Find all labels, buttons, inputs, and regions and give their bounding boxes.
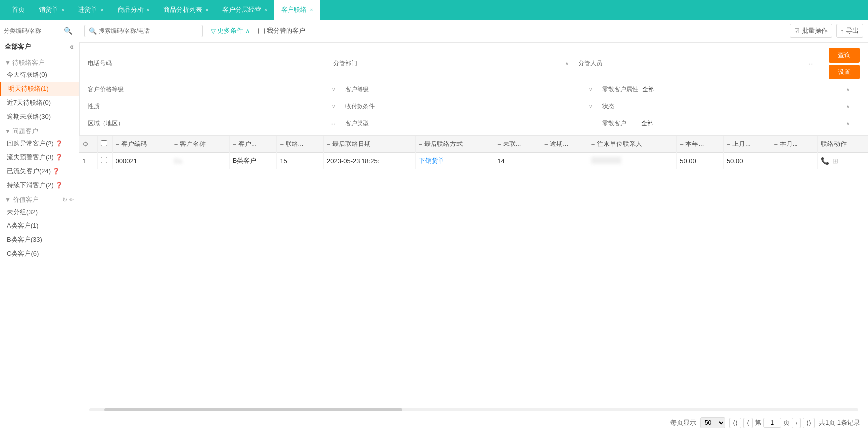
price-level-chevron-icon[interactable]: ∨ <box>332 87 335 92</box>
dept-chevron-icon[interactable]: ∨ <box>565 61 569 66</box>
phone-action-icon[interactable]: 📞 <box>821 157 829 165</box>
nav-customer-contact-close[interactable]: × <box>310 7 313 13</box>
retail-attr-chevron-icon[interactable]: ∨ <box>846 87 850 92</box>
pagination-nav: ⟨⟨ ⟨ 第 页 ⟩ ⟩⟩ <box>729 418 815 428</box>
batch-op-btn[interactable]: ☑ 批量操作 <box>790 24 832 38</box>
action-icons: 📞 ⊞ <box>821 157 865 165</box>
chevron-up-icon: ∧ <box>245 27 250 35</box>
filter-price-level: 客户价格等级 ∨ <box>88 83 335 96</box>
all-customers-label: 全部客户 <box>5 42 31 51</box>
filter-phone-label: 电话号码 <box>88 59 123 68</box>
customer-level-chevron-icon[interactable]: ∨ <box>589 87 592 92</box>
filter-dept-label: 分管部门 <box>333 59 368 68</box>
prev-page-btn[interactable]: ⟨ <box>743 418 753 428</box>
nav-purchase-order-close[interactable]: × <box>100 7 103 13</box>
row-checkbox[interactable] <box>101 157 107 163</box>
my-customers-checkbox[interactable] <box>258 28 265 34</box>
nav-customer-segment-close[interactable]: × <box>264 7 267 13</box>
value-refresh-icon[interactable]: ↻ <box>62 196 67 203</box>
all-customers-header[interactable]: 全部客户 « <box>0 38 79 55</box>
problem-group-label: ▼ 问题客户 <box>0 124 79 137</box>
filter-retail-customer-val[interactable]: 全部 <box>641 119 846 128</box>
top-nav: 首页 销货单 × 进货单 × 商品分析 × 商品分析列表 × 客户分层经营 × … <box>0 0 868 20</box>
retail-customer-chevron-icon[interactable]: ∨ <box>846 121 850 126</box>
settings-icon[interactable]: ⚙ <box>82 140 89 148</box>
nav-purchase-order[interactable]: 进货单 × <box>71 0 110 20</box>
nav-product-analysis-list[interactable]: 商品分析列表 × <box>156 0 215 20</box>
page-suffix: 页 <box>783 418 790 427</box>
filter-retail-attr-val[interactable]: 全部 <box>642 85 846 94</box>
last-page-btn[interactable]: ⟩⟩ <box>803 418 815 428</box>
nav-home[interactable]: 首页 <box>5 0 32 20</box>
filter-retail-attr: 零散客户属性 全部 ∨ <box>602 83 850 96</box>
filter-payment: 收付款条件 ∨ <box>345 100 592 113</box>
nav-sales-order-close[interactable]: × <box>61 7 64 13</box>
filter-region: 区域（地区） ··· <box>88 117 335 130</box>
sidebar-item-tomorrow[interactable]: 明天待联络(1) <box>0 82 79 96</box>
grid-action-icon[interactable]: ⊞ <box>832 157 838 165</box>
more-filter-btn[interactable]: ▽ 更多条件 ∧ <box>207 24 254 37</box>
th-name-sort[interactable]: ≡ <box>174 140 180 147</box>
search-input[interactable] <box>99 27 198 34</box>
collapse-icon[interactable]: « <box>70 42 74 51</box>
last-method-link[interactable]: 下销货单 <box>419 157 444 164</box>
region-dots-icon[interactable]: ··· <box>330 120 335 127</box>
my-customers-checkbox-wrap: 我分管的客户 <box>258 26 305 35</box>
th-action: 联络动作 <box>818 136 868 153</box>
sidebar-item-a-class[interactable]: A类客户(1) <box>0 219 79 233</box>
td-unit-contact <box>588 153 677 169</box>
nav-customer-contact[interactable]: 客户联络 × <box>274 0 320 20</box>
th-settings: ⚙ <box>79 136 97 153</box>
sidebar-search-input[interactable] <box>4 27 64 34</box>
nature-chevron-icon[interactable]: ∨ <box>332 104 335 109</box>
scrollbar-thumb[interactable] <box>104 408 402 411</box>
customers-table: ⚙ ≡ 客户编码 ≡ 客户名称 ≡ 客户... <box>79 136 868 169</box>
th-overdue: ≡ 逾期... <box>541 136 588 153</box>
per-page-select[interactable]: 50 100 200 <box>700 417 725 428</box>
toolbar-search-icon: 🔍 <box>89 27 97 35</box>
nav-product-analysis[interactable]: 商品分析 × <box>111 0 156 20</box>
value-edit-icon[interactable]: ✏ <box>69 196 74 203</box>
nav-product-analysis-list-close[interactable]: × <box>205 7 208 13</box>
sidebar-item-ungrouped[interactable]: 未分组(32) <box>0 205 79 219</box>
export-btn[interactable]: ↑ 导出 <box>836 24 864 38</box>
td-last-method: 下销货单 <box>415 153 494 169</box>
th-code-label: ≡ <box>116 140 121 147</box>
filter-region-label: 区域（地区） <box>88 119 124 128</box>
payment-chevron-icon[interactable]: ∨ <box>589 104 592 109</box>
sidebar-item-c-class[interactable]: C类客户(6) <box>0 247 79 261</box>
filter-status-label: 状态 <box>602 102 637 111</box>
th-name: ≡ 客户名称 <box>171 136 229 153</box>
sidebar-item-churn-warning[interactable]: 流失预警客户(3) ❓ <box>0 150 79 164</box>
sidebar-item-repurchase-anomaly[interactable]: 回购异常客户(2) ❓ <box>0 137 79 150</box>
nav-product-analysis-close[interactable]: × <box>146 7 149 13</box>
sidebar-item-declining[interactable]: 持续下滑客户(2) ❓ <box>0 178 79 192</box>
sidebar-search-icon[interactable]: 🔍 <box>64 27 72 35</box>
nav-sales-order[interactable]: 销货单 × <box>32 0 71 20</box>
sidebar-item-churned[interactable]: 已流失客户(24) ❓ <box>0 164 79 178</box>
unit-contact-blurred <box>591 157 621 164</box>
first-page-btn[interactable]: ⟨⟨ <box>729 418 741 428</box>
sidebar-item-7days[interactable]: 近7天待联络(0) <box>0 96 79 110</box>
td-code: 000021 <box>112 153 171 169</box>
th-type: ≡ 客户... <box>229 136 277 153</box>
footer: 每页显示 50 100 200 ⟨⟨ ⟨ 第 页 ⟩ ⟩⟩ 共1页 1条记录 <box>79 413 868 432</box>
next-page-btn[interactable]: ⟩ <box>792 418 801 428</box>
filter-dept: 分管部门 ∨ <box>333 57 569 70</box>
sidebar-item-overdue[interactable]: 逾期未联络(30) <box>0 110 79 124</box>
manager-dots-icon[interactable]: ··· <box>809 60 814 67</box>
select-all-checkbox[interactable] <box>101 140 107 146</box>
sidebar-item-b-class[interactable]: B类客户(33) <box>0 233 79 247</box>
query-btn[interactable]: 查询 <box>829 48 860 63</box>
set-btn[interactable]: 设置 <box>829 65 860 79</box>
checkbox-icon: ☑ <box>794 27 800 35</box>
filter-price-level-label: 客户价格等级 <box>88 85 124 94</box>
filter-row-3: 性质 ∨ 收付款条件 ∨ 状态 ∨ <box>88 100 860 113</box>
sidebar-search-wrap: 🔍 <box>0 24 79 38</box>
filter-retail-customer: 零散客户 全部 ∨ <box>602 117 850 130</box>
filter-row-4: 区域（地区） ··· 客户类型 零散客户 全部 ∨ <box>88 117 860 130</box>
page-input[interactable] <box>763 418 781 428</box>
sidebar-item-today[interactable]: 今天待联络(0) <box>0 68 79 82</box>
nav-customer-segment[interactable]: 客户分层经营 × <box>216 0 274 20</box>
status-chevron-icon[interactable]: ∨ <box>846 104 850 109</box>
